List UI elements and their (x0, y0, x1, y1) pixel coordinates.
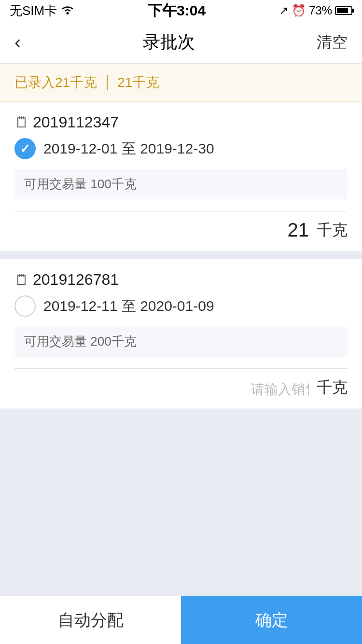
batch-card-2: 🗒 2019126781 2019-12-11 至 2020-01-09 可用交… (0, 259, 362, 408)
clear-button[interactable]: 清空 (317, 32, 348, 53)
banner-divider (107, 75, 108, 90)
radio-1[interactable] (14, 138, 36, 159)
radio-2[interactable] (14, 295, 36, 317)
quantity-row-1: 千克 (0, 211, 362, 251)
bottom-bar: 自动分配 确定 (0, 596, 362, 644)
battery-percent: 73% (309, 4, 332, 17)
quantity-row-2: 千克 (0, 369, 362, 408)
quantity-input-2[interactable] (251, 377, 309, 398)
status-left: 无SIM卡 (10, 2, 74, 19)
status-time: 下午3:04 (148, 1, 206, 21)
empty-area (0, 409, 362, 612)
info-banner: 已录入21千克 21千克 (0, 64, 362, 102)
wifi-icon (61, 3, 74, 18)
status-right: ↗ ⏰ 73% (279, 4, 352, 17)
recorded-label: 已录入21千克 (14, 73, 97, 92)
batch-id-1: 2019112347 (33, 113, 119, 131)
unit-2: 千克 (317, 377, 348, 398)
recorded-value: 21千克 (117, 73, 159, 92)
back-button[interactable]: ‹ (14, 31, 21, 53)
batch-date-1: 2019-12-01 至 2019-12-30 (43, 139, 214, 159)
confirm-button[interactable]: 确定 (181, 596, 362, 644)
alarm-icon: ⏰ (292, 4, 306, 17)
no-sim-text: 无SIM卡 (10, 2, 57, 19)
batch-icon-1: 🗒 (14, 114, 29, 131)
location-icon: ↗ (279, 4, 289, 17)
batch-card-1: 🗒 2019112347 2019-12-01 至 2019-12-30 可用交… (0, 102, 362, 251)
unit-1: 千克 (317, 220, 348, 241)
quantity-input-1[interactable] (251, 219, 309, 241)
section-divider (0, 252, 362, 259)
status-bar: 无SIM卡 下午3:04 ↗ ⏰ 73% (0, 0, 362, 21)
available-2: 可用交易量 200千克 (14, 326, 348, 357)
auto-distribute-button[interactable]: 自动分配 (0, 596, 181, 644)
available-1: 可用交易量 100千克 (14, 169, 348, 199)
batch-id-2: 2019126781 (33, 271, 119, 289)
batch-icon-2: 🗒 (14, 272, 29, 288)
batch-date-2: 2019-12-11 至 2020-01-09 (43, 296, 214, 316)
battery-icon (335, 6, 352, 15)
svg-point-0 (67, 12, 69, 14)
nav-bar: ‹ 录批次 清空 (0, 21, 362, 64)
page-title: 录批次 (143, 30, 195, 54)
